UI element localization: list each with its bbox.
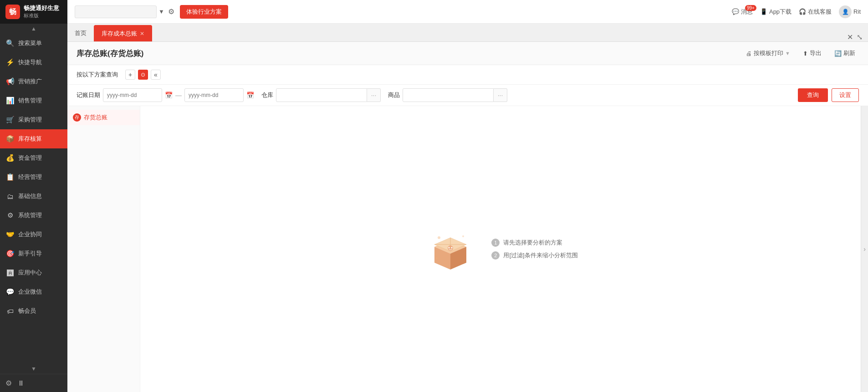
svg-point-9	[438, 236, 440, 239]
user-item[interactable]: 👤 Rit	[839, 5, 861, 18]
sidebar-item-basic[interactable]: 🗂 基础信息	[0, 187, 67, 206]
print-dropdown-icon[interactable]: ▼	[785, 51, 790, 56]
print-button[interactable]: 🖨 按模板打印 ▼	[742, 47, 794, 59]
appcenter-icon: 🅰	[5, 268, 15, 277]
online-service-label: 在线客服	[808, 8, 832, 16]
tip-text-2: 用[过滤]条件来缩小分析范围	[503, 251, 577, 260]
filter-add-button[interactable]: +	[125, 70, 135, 80]
empty-box-svg	[428, 226, 473, 272]
filter-goods-input-group: ···	[403, 88, 507, 102]
quicknav-icon: ⚡	[5, 58, 15, 67]
svg-point-11	[436, 257, 438, 259]
right-collapse-panel[interactable]: ›	[861, 106, 868, 392]
top-search-input[interactable]	[75, 5, 157, 18]
tab-bar-expand-icon[interactable]: ⤡	[857, 33, 863, 41]
sidebar-item-system[interactable]: ⚙ 系统管理	[0, 206, 67, 225]
tab-close-icon[interactable]: ✕	[140, 31, 144, 37]
filter-goods-more-button[interactable]: ···	[494, 88, 507, 102]
filter-warehouse-input-group: ···	[276, 88, 381, 102]
export-button[interactable]: ⬆ 导出	[799, 47, 825, 59]
refresh-button[interactable]: 🔄 刷新	[831, 47, 859, 59]
audio-bottom-icon[interactable]: ⏸	[17, 379, 25, 387]
finance-icon: 💰	[5, 153, 15, 163]
sidebar-item-inventory[interactable]: 📦 库存核算	[0, 129, 67, 148]
filter-date-to-icon[interactable]: 📅	[246, 92, 254, 99]
online-service-icon: 🎧	[799, 8, 806, 15]
sidebar-item-purchase[interactable]: 🛒 采购管理	[0, 110, 67, 129]
sidebar-item-member[interactable]: 🏷 畅会员	[0, 301, 67, 321]
filter-date-from-icon[interactable]: 📅	[165, 92, 173, 99]
filter-goods-label: 商品	[388, 91, 400, 99]
app-edition: 标准版	[24, 12, 59, 19]
sidebar-item-finance[interactable]: 💰 资金管理	[0, 148, 67, 168]
filter-date-to-input[interactable]	[184, 88, 244, 102]
tab-bar-close-icon[interactable]: ✕	[847, 33, 853, 41]
sidebar-item-appcenter[interactable]: 🅰 应用中心	[0, 263, 67, 282]
svg-point-8	[451, 247, 453, 249]
sidebar-item-operation[interactable]: 📋 经营管理	[0, 168, 67, 187]
sidebar-item-marketing[interactable]: 📢 营销推广	[0, 72, 67, 91]
filter-warehouse-field: 仓库 ···	[261, 88, 381, 102]
messages-icon: 💬	[732, 8, 739, 15]
scheme-item-inventory-total[interactable]: 存 存货总账	[67, 110, 140, 125]
online-service-item[interactable]: 🎧 在线客服	[799, 8, 832, 16]
filter-collapse-button[interactable]: ⊙	[138, 70, 148, 80]
sidebar-item-purchase-label: 采购管理	[18, 116, 42, 124]
filter-actions: + ⊙ «	[125, 70, 161, 80]
sidebar-item-corpwechat[interactable]: 💬 企业微信	[0, 282, 67, 301]
sidebar-logo: 畅 畅捷通好生意 标准版	[0, 0, 67, 24]
newguide-icon: 🎯	[5, 249, 15, 258]
filter-warehouse-label: 仓库	[261, 91, 273, 99]
filter-goods-input[interactable]	[403, 88, 494, 102]
sidebar-item-appcenter-label: 应用中心	[18, 269, 42, 277]
member-icon: 🏷	[5, 306, 15, 316]
page-main: 1 请先选择要分析的方案 2 用[过滤]条件来缩小分析范围	[140, 106, 861, 392]
filter-warehouse-input[interactable]	[276, 88, 367, 102]
sidebar-item-newguide-label: 新手引导	[18, 249, 42, 258]
top-search-dropdown-icon[interactable]: ▼	[158, 8, 164, 15]
sidebar-item-corpwechat-label: 企业微信	[18, 288, 42, 296]
sidebar-scroll-up[interactable]: ▲	[0, 24, 67, 34]
settings-button[interactable]: 设置	[832, 88, 859, 102]
system-icon: ⚙	[5, 211, 15, 220]
filter-scheme-label: 按以下方案查询	[77, 71, 118, 79]
tip-num-1: 1	[491, 239, 500, 247]
sidebar-item-finance-label: 资金管理	[18, 154, 42, 162]
sidebar-item-quicknav-label: 快捷导航	[18, 58, 42, 66]
scheme-item-icon: 存	[73, 113, 81, 122]
inventory-icon: 📦	[5, 134, 15, 143]
svg-point-10	[462, 235, 464, 237]
sidebar-item-marketing-label: 营销推广	[18, 77, 42, 86]
sidebar-item-basic-label: 基础信息	[18, 192, 42, 200]
tab-home[interactable]: 首页	[67, 25, 94, 41]
page-body: 存 存货总账	[67, 106, 868, 392]
settings-bottom-icon[interactable]: ⚙	[5, 379, 12, 387]
tab-inventory-ledger[interactable]: 库存成本总账 ✕	[94, 25, 152, 41]
export-icon: ⬆	[803, 50, 808, 57]
empty-illustration	[423, 222, 478, 276]
sidebar-item-sales[interactable]: 📊 销售管理	[0, 91, 67, 110]
sidebar-item-operation-label: 经营管理	[18, 173, 42, 181]
app-download-item[interactable]: 📱 App下载	[760, 8, 791, 16]
sidebar-item-quicknav[interactable]: ⚡ 快捷导航	[0, 53, 67, 72]
industry-solution-button[interactable]: 体验行业方案	[180, 5, 228, 19]
empty-tip-1: 1 请先选择要分析的方案	[491, 239, 577, 247]
sidebar-item-enterprise[interactable]: 🤝 企业协同	[0, 225, 67, 244]
print-label: 按模板打印	[754, 49, 783, 57]
top-settings-icon[interactable]: ⚙	[168, 7, 174, 16]
sidebar-item-enterprise-label: 企业协同	[18, 230, 42, 239]
tip-text-1: 请先选择要分析的方案	[503, 239, 562, 247]
sidebar-scroll-down[interactable]: ▼	[0, 364, 67, 374]
query-button[interactable]: 查询	[798, 88, 828, 102]
refresh-label: 刷新	[843, 49, 855, 57]
filter-hide-button[interactable]: «	[151, 70, 161, 80]
messages-item[interactable]: 💬 消息 99+	[732, 8, 753, 16]
sidebar-item-newguide[interactable]: 🎯 新手引导	[0, 244, 67, 263]
sidebar-item-member-label: 畅会员	[18, 307, 36, 315]
basic-icon: 🗂	[5, 192, 15, 201]
filter-date-from-input[interactable]	[103, 88, 162, 102]
sidebar-item-search[interactable]: 🔍 搜索菜单	[0, 34, 67, 53]
page-header: 库存总账(存货总账) 🖨 按模板打印 ▼ ⬆ 导出 🔄 刷新	[67, 42, 868, 65]
filter-warehouse-more-button[interactable]: ···	[367, 88, 381, 102]
top-bar-right: 💬 消息 99+ 📱 App下载 🎧 在线客服 👤 Rit	[732, 5, 861, 18]
